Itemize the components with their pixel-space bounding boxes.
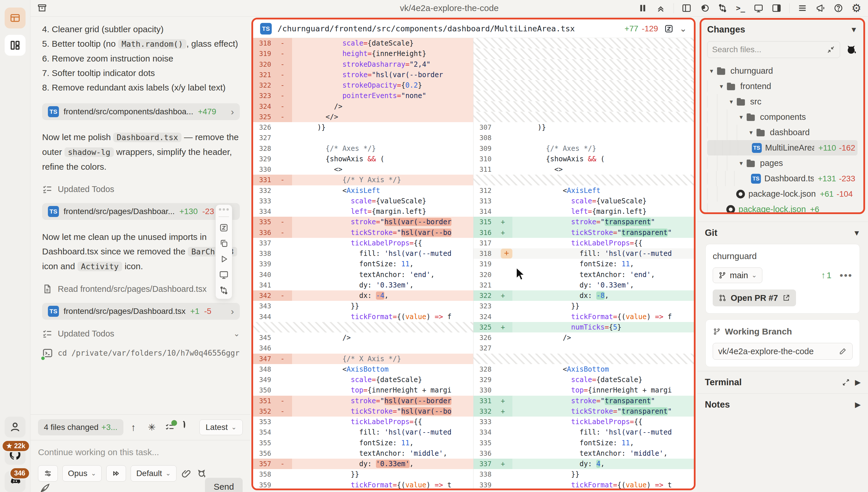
tree-caret-icon[interactable]: ▾ <box>717 83 726 90</box>
collapse-all-button[interactable] <box>656 3 666 13</box>
terminal-toggle-button[interactable]: >_ <box>735 3 746 13</box>
diff-sign: - <box>276 217 292 227</box>
collapse-tree-icon[interactable] <box>826 45 835 54</box>
tree-file-MultiLineArea.tsx[interactable]: TSMultiLineArea.tsx+110-162 <box>707 140 858 155</box>
code-text: fontSize: 11, <box>292 438 473 448</box>
diff-row: 333 scale={valueScale} <box>253 196 473 206</box>
board-view-button[interactable] <box>5 35 26 56</box>
todos-button[interactable] <box>165 422 175 432</box>
collapse-changes-button[interactable]: ▼ <box>850 25 858 34</box>
files-changed-chip[interactable]: 4 files changed +3... <box>38 419 123 436</box>
search-files-input[interactable]: Search files... <box>707 41 840 58</box>
collapse-diff-button[interactable]: ⌄ <box>680 24 687 34</box>
tree-caret-icon[interactable]: ▾ <box>707 67 716 75</box>
tree-folder-components[interactable]: ▾components <box>707 109 858 125</box>
expand-icon[interactable] <box>842 378 850 387</box>
model-dropdown[interactable]: Opus⌄ <box>63 465 101 482</box>
code-text: }} <box>512 469 694 479</box>
tree-caret-icon[interactable]: ▾ <box>737 159 746 167</box>
branch-dropdown[interactable]: main ⌄ <box>713 268 762 283</box>
discord-button[interactable]: 346 <box>5 471 26 492</box>
git-compare-button[interactable] <box>717 3 728 13</box>
notes-section[interactable]: Notes ▶ <box>697 393 868 416</box>
send-button[interactable]: Send <box>205 478 243 492</box>
updated-todos-row-2[interactable]: Updated Todos ⌄ <box>42 328 240 339</box>
files-changed-label: 4 files changed <box>44 423 98 432</box>
git-compare-button-mini[interactable] <box>219 286 229 295</box>
file-edit-chip-pages-dashboard-2[interactable]: TS frontend/src/pages/Dashboard.tsx +1 -… <box>42 303 240 320</box>
theme-toggle-button[interactable] <box>699 3 710 13</box>
expand-terminal-button[interactable]: ▶ <box>855 378 861 387</box>
pencil-icon[interactable] <box>838 347 847 356</box>
version-dropdown[interactable]: Latest ⌄ <box>200 419 243 435</box>
tree-folder-dashboard[interactable]: ▾dashboard <box>707 125 858 140</box>
updated-todos-label: Updated Todos <box>58 184 114 194</box>
diff-sign: - <box>276 353 292 364</box>
run-button[interactable] <box>219 254 229 264</box>
layout-view-button[interactable] <box>5 7 26 28</box>
tree-folder-src[interactable]: ▾src <box>707 94 858 109</box>
expand-notes-button[interactable]: ▶ <box>855 401 861 409</box>
preview-button-mini[interactable] <box>219 270 229 280</box>
deletions-count: -5 <box>204 306 211 316</box>
tree-caret-icon[interactable]: ▾ <box>727 98 736 105</box>
fast-forward-button[interactable] <box>106 465 126 482</box>
file-edit-chip-pages-dashboard[interactable]: TS frontend/src/pages/Dashboar... +130 -… <box>42 203 240 220</box>
code-text: <AxisLeft <box>292 186 473 196</box>
mode-dropdown[interactable]: Default⌄ <box>131 465 176 482</box>
terminal-section[interactable]: Terminal ▶ <box>697 371 868 393</box>
diff-body[interactable]: 318- scale={dateScale}319- height={inner… <box>253 38 694 490</box>
git-more-button[interactable]: ••• <box>840 270 852 281</box>
diff-mode-button[interactable] <box>664 24 674 34</box>
tree-folder-pages[interactable]: ▾pages <box>707 155 858 171</box>
settings-chip[interactable] <box>38 465 58 482</box>
working-branch-input[interactable]: vk/4e2a-explore-the-code <box>713 343 852 360</box>
folder-icon <box>717 67 727 75</box>
chevron-down-icon: ⌄ <box>91 470 96 477</box>
tree-folder-frontend[interactable]: ▾frontend <box>707 79 858 94</box>
diff-sign <box>496 312 512 322</box>
tree-caret-icon[interactable]: ▾ <box>737 114 746 121</box>
add-comment-button[interactable]: + <box>501 249 512 259</box>
scroll-to-top-button[interactable]: ↑ <box>131 422 141 432</box>
preview-button[interactable] <box>753 3 764 13</box>
collapse-git-button[interactable]: ▼ <box>853 228 861 238</box>
drag-handle-icon[interactable] <box>219 208 229 211</box>
settings-button[interactable]: ⚙ <box>851 3 862 13</box>
attach-button[interactable] <box>181 468 192 479</box>
tree-file-package-lock.json[interactable]: package-lock.json+6 <box>707 202 858 214</box>
chevron-down-icon[interactable]: ⌄ <box>233 329 240 338</box>
left-panel-toggle-button[interactable] <box>681 3 692 13</box>
copy-button[interactable] <box>219 239 229 248</box>
github-button[interactable]: ★ 22k <box>5 444 26 465</box>
menu-button[interactable] <box>797 3 807 13</box>
line-number: 328 <box>473 364 496 374</box>
account-button[interactable] <box>5 417 26 438</box>
right-panel-toggle-button[interactable] <box>771 3 782 13</box>
message-input[interactable]: Continue working on this task... <box>38 447 243 457</box>
terminal-command-row[interactable]: cd /private/var/folders/10/h7w0q46556ggr… <box>42 347 240 359</box>
tree-caret-icon[interactable]: ▾ <box>747 129 755 136</box>
file-edit-chip-components-dashboard[interactable]: TS frontend/src/components/dashboa... +4… <box>42 103 240 120</box>
todo-item: 4. Cleaner grid (subtler opacity) <box>42 22 240 36</box>
diff-row: 314 left={margin.left} <box>473 206 694 217</box>
help-button[interactable] <box>833 3 844 13</box>
spark-button[interactable]: ✳ <box>148 422 158 432</box>
read-file-row[interactable]: Read frontend/src/pages/Dashboard.tsx <box>42 284 240 294</box>
message-input-zone[interactable]: Continue working on this task... Opus⌄ D… <box>30 440 250 492</box>
cat-button[interactable] <box>845 43 858 56</box>
pause-button[interactable] <box>637 3 648 13</box>
diff-row: 327 <box>473 343 694 353</box>
diff-sign: + <box>496 217 512 227</box>
updated-todos-row[interactable]: Updated Todos <box>42 184 240 194</box>
mouse-cursor <box>516 267 526 281</box>
diff-view-button[interactable] <box>219 223 229 233</box>
tree-folder-churnguard[interactable]: ▾churnguard <box>707 63 858 79</box>
tree-file-package-lock.json[interactable]: package-lock.json+61-104 <box>707 186 858 202</box>
diff-sign: - <box>276 101 292 112</box>
announcements-button[interactable] <box>815 3 826 13</box>
tree-file-Dashboard.tsx[interactable]: TSDashboard.tsx+131-233 <box>707 171 858 186</box>
quill-icon[interactable] <box>39 483 51 492</box>
cat-assistant-button[interactable] <box>196 468 207 479</box>
open-pr-button[interactable]: Open PR #7 <box>713 290 796 306</box>
